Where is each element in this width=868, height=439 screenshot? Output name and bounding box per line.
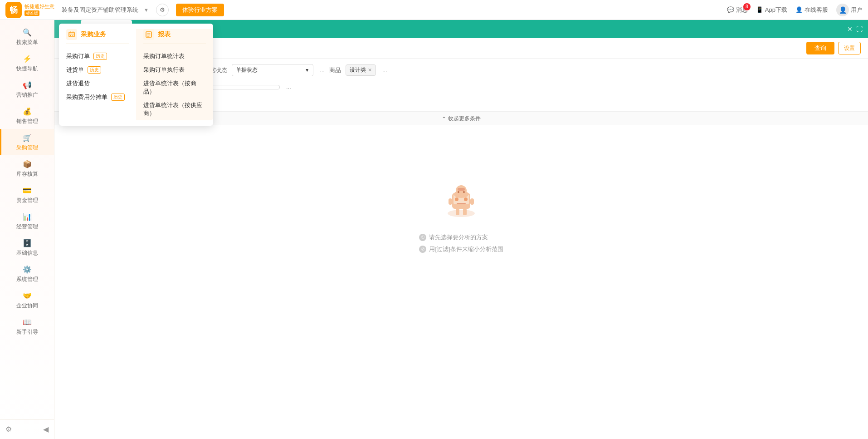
system-title: 装备及固定资产辅助管理系统 — [62, 6, 138, 14]
svg-rect-6 — [456, 209, 459, 215]
purchase-col-icon — [66, 29, 77, 40]
sidebar-item-sales[interactable]: 💰销售管理 — [0, 103, 54, 129]
tab-fullscreen-icon[interactable]: ⛶ — [856, 25, 863, 33]
svg-rect-12 — [458, 188, 465, 191]
user-btn[interactable]: 👤 用户 — [836, 4, 863, 16]
sidebar-item-enterprise[interactable]: 🤝企业协同 — [0, 287, 54, 313]
sidebar-item-guide[interactable]: 📖新手引导 — [0, 313, 54, 340]
reports-col: 报表 采购订单统计表采购订单执行表进货单统计表（按商品）进货单统计表（按供应商） — [136, 29, 213, 120]
logo-icon: 畅 — [5, 2, 22, 18]
sidebar-item-inventory[interactable]: 📦库存核算 — [0, 155, 54, 182]
sidebar-item-search[interactable]: 🔍搜索菜单 — [0, 24, 54, 50]
tab-bar-right: ✕ ⛶ — [847, 25, 868, 33]
empty-state: ① 请先选择要分析的方案 ② 用[过滤]条件来缩小分析范围 — [54, 125, 868, 307]
svg-point-13 — [458, 191, 459, 193]
svg-point-3 — [455, 197, 458, 201]
reports-col-header: 报表 — [143, 29, 206, 44]
order-status-select[interactable]: 单据状态 ▼ — [232, 64, 313, 76]
sidebar-item-basic[interactable]: 🗄️基础信息 — [0, 234, 54, 261]
goods-more-dots[interactable]: ... — [382, 67, 387, 74]
empty-text: ① 请先选择要分析的方案 ② 用[过滤]条件来缩小分析范围 — [419, 232, 503, 255]
menu-label-basic: 基础信息 — [16, 249, 38, 257]
menu-icon-quick: ⚡ — [23, 54, 32, 63]
menu-icon-purchase: 🛒 — [23, 133, 32, 142]
sidebar-item-operation[interactable]: 📊经营管理 — [0, 208, 54, 234]
top-bar-left: 畅 畅捷通好生意 标准版 装备及固定资产辅助管理系统 ▼ ⚙ 体验行业方案 — [5, 2, 224, 18]
svg-point-17 — [73, 35, 73, 36]
report-dropdown-item[interactable]: 采购订单执行表 — [143, 63, 206, 77]
industry-btn[interactable]: 体验行业方案 — [176, 4, 224, 16]
menu-icon-basic: 🗄️ — [23, 239, 32, 247]
top-bar-right: 💬 消息 8 📱 App下载 👤 在线客服 👤 用户 — [727, 4, 863, 16]
menu-label-purchase: 采购管理 — [16, 144, 38, 152]
settings-icon-btn[interactable]: ⚙ — [156, 4, 169, 16]
message-icon: 💬 — [727, 6, 734, 13]
empty-illustration — [439, 177, 484, 222]
purchase-items: 采购订单历史进货单历史进货退货采购费用分摊单历史 — [66, 49, 129, 104]
goods-label: 商品 — [329, 66, 341, 74]
svg-point-4 — [464, 197, 468, 201]
sidebar-bottom: ⚙ ◀ — [0, 419, 54, 439]
report-dropdown-item[interactable]: 进货单统计表（按供应商） — [143, 99, 206, 120]
logo-text: 畅捷通好生意 标准版 — [24, 3, 54, 16]
menu-icon-marketing: 📢 — [23, 81, 32, 89]
reports-col-icon — [143, 29, 154, 40]
menu-icon-operation: 📊 — [23, 212, 32, 221]
report-dropdown-item[interactable]: 进货单统计表（按商品） — [143, 77, 206, 99]
svg-point-0 — [448, 210, 475, 217]
sidebar-item-system[interactable]: ⚙️系统管理 — [0, 261, 54, 287]
collapse-btn[interactable]: ⌃ 收起更多条件 — [442, 115, 481, 123]
system-title-dropdown[interactable]: ▼ — [144, 7, 149, 13]
app-download-btn[interactable]: 📱 App下载 — [756, 6, 787, 14]
menu-label-quick: 快捷导航 — [16, 65, 38, 73]
purchase-col: 采购业务 采购订单历史进货单历史进货退货采购费用分摊单历史 — [59, 29, 136, 120]
sidebar-item-finance[interactable]: 💳资金管理 — [0, 182, 54, 208]
hint-num-2: ② — [419, 246, 426, 253]
chevron-down-icon: ▼ — [305, 68, 309, 73]
sidebar-menu: 🔍搜索菜单⚡快捷导航📢营销推广💰销售管理🛒采购管理📦库存核算💳资金管理📊经营管理… — [0, 20, 54, 343]
menu-label-finance: 资金管理 — [16, 197, 38, 204]
purchase-dropdown-item[interactable]: 采购费用分摊单历史 — [66, 90, 129, 104]
status-more-dots[interactable]: ... — [320, 67, 325, 74]
salesman-more-dots[interactable]: ... — [286, 84, 291, 90]
query-btn[interactable]: 查询 — [806, 42, 834, 54]
menu-icon-finance: 💳 — [23, 186, 32, 195]
menu-label-operation: 经营管理 — [16, 223, 38, 231]
history-tag: 历史 — [93, 53, 107, 60]
purchase-col-header: 采购业务 — [66, 29, 129, 44]
sidebar-settings-btn[interactable]: ⚙ — [5, 425, 12, 434]
service-icon: 👤 — [795, 6, 803, 13]
menu-icon-guide: 📖 — [23, 318, 32, 326]
logo-area: 畅 畅捷通好生意 标准版 — [5, 2, 54, 18]
purchase-dropdown-item[interactable]: 进货退货 — [66, 77, 129, 90]
svg-rect-9 — [470, 198, 474, 205]
purchase-dropdown-item[interactable]: 采购订单历史 — [66, 49, 129, 63]
tab-close-all-icon[interactable]: ✕ — [847, 25, 853, 33]
sidebar-item-marketing[interactable]: 📢营销推广 — [0, 76, 54, 103]
sidebar-collapse-btn[interactable]: ◀ — [43, 425, 49, 434]
online-service-btn[interactable]: 👤 在线客服 — [795, 6, 828, 14]
report-dropdown-item[interactable]: 采购订单统计表 — [143, 49, 206, 63]
menu-icon-enterprise: 🤝 — [23, 291, 32, 300]
svg-rect-7 — [463, 209, 467, 215]
message-badge: 8 — [743, 3, 751, 10]
collapse-icon: ⌃ — [442, 116, 446, 122]
sidebar-item-purchase[interactable]: 🛒采购管理 — [0, 129, 54, 155]
menu-label-inventory: 库存核算 — [16, 170, 38, 178]
sidebar-item-quick[interactable]: ⚡快捷导航 — [0, 50, 54, 76]
sidebar: 🔍搜索菜单⚡快捷导航📢营销推广💰销售管理🛒采购管理📦库存核算💳资金管理📊经营管理… — [0, 0, 54, 439]
svg-point-16 — [70, 35, 71, 36]
menu-icon-system: ⚙️ — [23, 265, 32, 274]
goods-tag[interactable]: 设计类 ✕ — [346, 64, 376, 76]
goods-tag-close[interactable]: ✕ — [368, 67, 372, 73]
report-items: 采购订单统计表采购订单执行表进货单统计表（按商品）进货单统计表（按供应商） — [143, 49, 206, 120]
svg-rect-5 — [457, 203, 466, 204]
purchase-dropdown-item[interactable]: 进货单历史 — [66, 63, 129, 77]
phone-icon: 📱 — [756, 6, 763, 13]
message-btn[interactable]: 💬 消息 8 — [727, 6, 748, 14]
menu-label-enterprise: 企业协同 — [16, 302, 38, 310]
settings-btn[interactable]: 设置 — [838, 42, 861, 54]
history-tag: 历史 — [111, 94, 125, 101]
hint-num-1: ① — [419, 234, 426, 241]
svg-rect-15 — [69, 32, 74, 37]
